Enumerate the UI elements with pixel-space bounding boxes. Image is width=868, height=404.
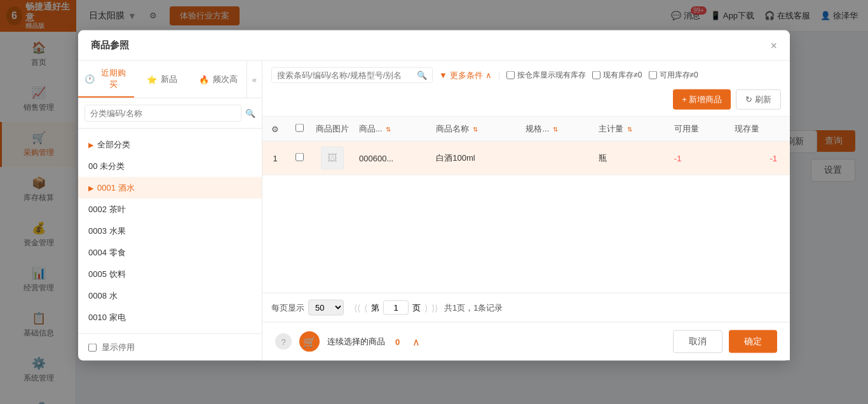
- cat-item-liquor[interactable]: ▶ 0001 酒水: [78, 177, 262, 199]
- cat-item-appliance-label: 0010 家电: [88, 312, 126, 323]
- cat-item-drink[interactable]: 0005 饮料: [78, 264, 262, 285]
- per-page-label: 每页显示: [271, 302, 304, 313]
- filter-by-warehouse[interactable]: 按仓库显示现有库存: [506, 70, 586, 81]
- product-toolbar: 🔍 ▼ 更多条件 ∧ | 按仓库显示现有库存 现有库存≠0: [262, 61, 790, 117]
- add-product-button[interactable]: + 新增商品: [673, 90, 731, 110]
- refresh-button[interactable]: ↻ 刷新: [736, 90, 781, 110]
- filter-available-stock[interactable]: 可用库存≠0: [649, 70, 698, 81]
- col-code-label: 商品...: [359, 124, 383, 133]
- col-settings-header[interactable]: ⚙: [262, 117, 288, 142]
- product-panel: 🔍 ▼ 更多条件 ∧ | 按仓库显示现有库存 现有库存≠0: [262, 61, 790, 361]
- tab-new[interactable]: ⭐ 新品: [134, 61, 190, 98]
- row-spec-cell: [520, 141, 593, 175]
- row-stock-cell: -1: [729, 141, 790, 175]
- current-stock-label: 现有库存≠0: [603, 70, 642, 81]
- cart-collapse-icon[interactable]: ∧: [412, 335, 420, 347]
- cart-icon[interactable]: 🛒: [299, 332, 320, 352]
- col-stock-header: 现存量: [729, 117, 790, 142]
- last-page-button[interactable]: ⟩⟩: [431, 302, 438, 313]
- modal-header: 商品参照 ×: [78, 30, 790, 61]
- product-search-input[interactable]: [277, 71, 417, 80]
- page-input[interactable]: [383, 300, 409, 315]
- more-filter-button[interactable]: ▼ 更多条件 ∧: [439, 69, 492, 81]
- cancel-button[interactable]: 取消: [673, 330, 722, 353]
- cat-item-fruit-label: 0003 水果: [88, 226, 126, 237]
- sort-spec-icon: ⇅: [553, 126, 558, 133]
- modal-title: 商品参照: [91, 39, 129, 51]
- confirm-button[interactable]: 确定: [729, 330, 777, 353]
- star-icon: ⭐: [147, 74, 157, 84]
- col-name-label: 商品名称: [436, 124, 469, 133]
- category-search-icon[interactable]: 🔍: [245, 109, 255, 118]
- cart-label: 连续选择的商品: [327, 336, 385, 347]
- pagination-bar: 每页显示 50 10 20 100 ⟨⟨ ⟨ 第 页: [262, 293, 790, 322]
- collapse-panel-button[interactable]: «: [247, 61, 262, 98]
- tab-recent[interactable]: 🕐 近期购买: [78, 61, 134, 98]
- col-available-header[interactable]: 可用量: [669, 117, 729, 142]
- tab-frequent-label: 频次高: [213, 74, 238, 85]
- current-stock-checkbox[interactable]: [592, 71, 600, 79]
- warehouse-checkbox[interactable]: [506, 71, 515, 79]
- modal-close-button[interactable]: ×: [770, 39, 777, 51]
- row-num: 1: [262, 141, 288, 175]
- warehouse-filter-label: 按仓库显示现有库存: [517, 70, 586, 81]
- toolbar-right: + 新增商品 ↻ 刷新: [673, 90, 781, 110]
- cat-item-all-label: 全部分类: [97, 139, 130, 151]
- cat-item-appliance[interactable]: 0010 家电: [78, 307, 262, 328]
- row-checkbox[interactable]: [295, 153, 304, 161]
- table-row[interactable]: 1 🖼 000600... 白酒100ml: [262, 141, 790, 175]
- cat-item-drink-label: 0005 饮料: [88, 269, 126, 280]
- fire-icon: 🔥: [199, 74, 209, 84]
- next-page-button[interactable]: ⟩: [424, 302, 428, 313]
- row-img-cell: 🖼: [311, 141, 354, 175]
- pagination-controls: ⟨⟨ ⟨ 第 页 ⟩ ⟩⟩: [354, 300, 438, 315]
- col-unit-label: 主计量: [599, 124, 623, 133]
- category-tabs: 🕐 近期购买 ⭐ 新品 🔥 频次高 «: [78, 61, 262, 98]
- page-label: 第: [371, 302, 379, 313]
- prev-page-button[interactable]: ⟨: [364, 302, 367, 313]
- per-page-select[interactable]: 50 10 20 100: [308, 300, 344, 316]
- category-search-input[interactable]: [85, 105, 241, 122]
- col-spec-header[interactable]: 规格... ⇅: [520, 117, 593, 142]
- cat-item-water[interactable]: 0008 水: [78, 285, 262, 307]
- modal-body: 🕐 近期购买 ⭐ 新品 🔥 频次高 « 🔍: [78, 61, 790, 361]
- filter-current-stock[interactable]: 现有库存≠0: [592, 70, 642, 81]
- col-spec-label: 规格...: [526, 124, 549, 133]
- cat-item-snack[interactable]: 0004 零食: [78, 242, 262, 264]
- expand-all-icon: ▶: [88, 140, 93, 149]
- cat-item-fruit[interactable]: 0003 水果: [78, 220, 262, 242]
- cat-item-liquor-label: 0001 酒水: [97, 182, 135, 194]
- filter-icon: ▼: [439, 71, 447, 80]
- product-image: 🖼: [321, 147, 344, 170]
- page-unit: 页: [412, 302, 421, 313]
- row-unit-cell: 瓶: [593, 141, 669, 175]
- available-stock-label: 可用库存≠0: [660, 70, 698, 81]
- cat-item-uncategorized[interactable]: 00 未分类: [78, 156, 262, 177]
- cat-item-all[interactable]: ▶ 全部分类: [78, 134, 262, 156]
- tab-frequent[interactable]: 🔥 频次高: [191, 61, 247, 98]
- select-all-checkbox[interactable]: [295, 124, 304, 132]
- pagination-info: 共1页，1条记录: [444, 302, 503, 313]
- category-search: 🔍: [78, 98, 262, 129]
- cat-item-tea-label: 0002 茶叶: [88, 204, 126, 215]
- tab-recent-label: 近期购买: [98, 67, 128, 90]
- available-stock-checkbox[interactable]: [649, 71, 657, 79]
- cat-item-tea[interactable]: 0002 茶叶: [78, 199, 262, 220]
- cat-item-uncategorized-label: 00 未分类: [88, 161, 125, 172]
- cat-item-water-label: 0008 水: [88, 290, 118, 302]
- image-placeholder-icon: 🖼: [327, 152, 337, 164]
- first-page-button[interactable]: ⟨⟨: [354, 302, 360, 313]
- row-checkbox-cell[interactable]: [288, 141, 311, 175]
- expand-liquor-icon: ▶: [88, 184, 93, 192]
- col-img-label: 商品图片: [316, 124, 349, 133]
- help-button[interactable]: ?: [275, 333, 292, 350]
- col-code-header[interactable]: 商品... ⇅: [354, 117, 431, 142]
- display-disabled-checkbox[interactable]: [88, 343, 97, 351]
- category-list: ▶ 全部分类 00 未分类 ▶ 0001 酒水 0002 茶叶 0003 水果: [78, 129, 262, 333]
- col-stock-label: 现存量: [735, 124, 759, 133]
- row-available-cell: -1: [669, 141, 729, 175]
- col-name-header[interactable]: 商品名称 ⇅: [431, 117, 520, 142]
- product-search-icon[interactable]: 🔍: [417, 71, 427, 80]
- sort-name-icon: ⇅: [473, 126, 478, 133]
- col-unit-header[interactable]: 主计量 ⇅: [593, 117, 669, 142]
